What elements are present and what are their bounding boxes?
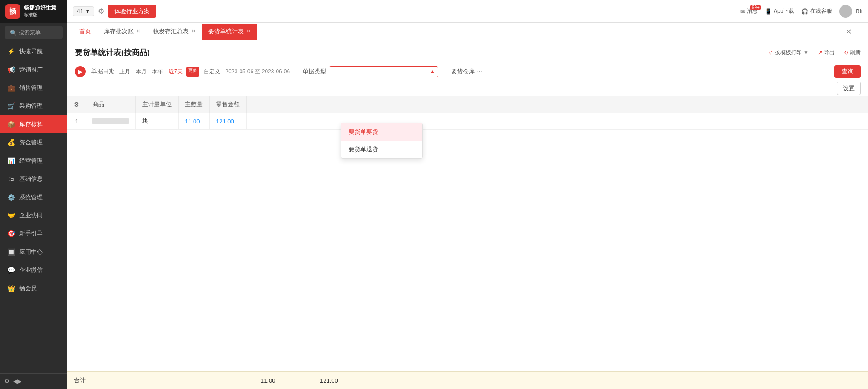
- cell-amount: 121.00: [210, 113, 247, 130]
- sidebar-item-label: 企业微信: [19, 266, 43, 274]
- close-all-tabs-btn[interactable]: ✕: [846, 27, 852, 36]
- account-number: 41: [77, 8, 83, 15]
- page-header: 要货单统计表(按商品) 🖨 按模板打印 ▼ ↗ 导出 ↻ 刷新: [67, 41, 868, 61]
- sidebar-item-basic[interactable]: 🗂 基础信息: [0, 170, 67, 188]
- doc-type-dropdown-arrow[interactable]: ▲: [427, 68, 438, 75]
- close-tab-inventory-batch[interactable]: ✕: [136, 28, 140, 34]
- col-product: 商品: [86, 96, 136, 113]
- inventory-icon: 📦: [6, 120, 15, 129]
- topbar-left: 41 ▼ ⚙ 体验行业方案: [73, 5, 156, 18]
- sidebar-bottom: ⚙ ◀▶: [0, 373, 67, 389]
- data-table: ⚙ 商品 主计量单位 主数量 零售金额 1 块: [67, 96, 868, 130]
- tab-home[interactable]: 首页: [73, 24, 98, 40]
- sidebar-item-sales[interactable]: 💼 销售管理: [0, 79, 67, 97]
- user-avatar: [839, 5, 852, 18]
- doc-type-dropdown: 要货单要货 要货单退货: [341, 123, 423, 159]
- sidebar-item-label: 库存核算: [19, 120, 43, 128]
- col-extra: [247, 96, 868, 113]
- more-tag[interactable]: 更多: [186, 67, 199, 77]
- sidebar-item-purchase[interactable]: 🛒 采购管理: [0, 97, 67, 115]
- sidebar-item-operations[interactable]: 📊 经营管理: [0, 152, 67, 170]
- doc-type-input[interactable]: [329, 67, 427, 77]
- col-settings[interactable]: ⚙: [67, 96, 86, 113]
- refresh-label: 刷新: [850, 49, 861, 56]
- topbar: 41 ▼ ⚙ 体验行业方案 ✉ 消息 99+ 📱 App下载 🎧 在线客服 R: [67, 0, 868, 23]
- footer-amount: 121.00: [320, 377, 338, 384]
- table-header-row: ⚙ 商品 主计量单位 主数量 零售金额: [67, 96, 868, 113]
- refresh-icon: ↻: [844, 50, 848, 56]
- sidebar-item-vip[interactable]: 👑 畅会员: [0, 279, 67, 297]
- date-label: 单据日期: [91, 67, 115, 76]
- dropdown-item-request-order[interactable]: 要货单要货: [341, 123, 422, 141]
- expand-tabs-btn[interactable]: ⛶: [855, 27, 863, 36]
- print-btn[interactable]: 🖨 按模板打印 ▼: [768, 49, 809, 56]
- cell-index: 1: [67, 113, 86, 130]
- quantity-link[interactable]: 11.00: [185, 118, 200, 125]
- product-name-blur: [92, 118, 129, 124]
- tab-bar: 首页 库存批次账 ✕ 收发存汇总表 ✕ 要货单统计表 ✕ ✕ ⛶: [67, 23, 868, 41]
- tab-inventory-batch[interactable]: 库存批次账 ✕: [98, 24, 147, 40]
- online-service-item[interactable]: 🎧 在线客服: [801, 7, 832, 15]
- tab-receivable-summary[interactable]: 收发存汇总表 ✕: [147, 24, 202, 40]
- dropdown-item-return-order[interactable]: 要货单退货: [341, 141, 422, 158]
- sidebar-item-label: 资金管理: [19, 138, 43, 147]
- basic-icon: 🗂: [6, 174, 15, 184]
- sidebar-item-label: 新手引导: [19, 230, 43, 238]
- query-btn[interactable]: 查询: [834, 65, 861, 78]
- messages-item[interactable]: ✉ 消息 99+: [740, 7, 758, 15]
- messages-badge: 99+: [750, 5, 761, 10]
- doc-type-select-wrap: ▲: [329, 66, 438, 77]
- sidebar-search[interactable]: 🔍 搜索菜单: [5, 26, 63, 39]
- user-item[interactable]: Rit: [839, 5, 863, 18]
- sidebar-item-label: 快捷导航: [19, 47, 43, 56]
- settings-btn[interactable]: 设置: [837, 82, 861, 95]
- sidebar-item-label: 企业协同: [19, 211, 43, 220]
- date-btn-last-month[interactable]: 上月: [118, 67, 132, 77]
- tab-inventory-batch-label: 库存批次账: [104, 27, 134, 36]
- cell-unit: 块: [136, 113, 179, 130]
- settings-btn[interactable]: ⚙: [5, 378, 10, 384]
- sidebar-item-apps[interactable]: 🔲 应用中心: [0, 243, 67, 261]
- sidebar-item-label: 基础信息: [19, 175, 43, 183]
- sidebar-item-quick-nav[interactable]: ⚡ 快捷导航: [0, 42, 67, 61]
- tab-request-summary[interactable]: 要货单统计表 ✕: [202, 24, 257, 40]
- filter-bar: ▶ 单据日期 上月 本月 本年 近7天 更多 自定义 2023-05-06 至 …: [67, 61, 868, 82]
- warehouse-more-btn[interactable]: ···: [477, 67, 483, 76]
- filter-expand-btn[interactable]: ▶: [75, 66, 86, 77]
- settings-gear-icon[interactable]: ⚙: [98, 7, 104, 15]
- sidebar-item-finance[interactable]: 💰 资金管理: [0, 133, 67, 152]
- export-label: 导出: [824, 49, 835, 56]
- export-btn[interactable]: ↗ 导出: [818, 49, 835, 56]
- account-selector[interactable]: 41 ▼: [73, 6, 94, 16]
- tab-home-label: 首页: [79, 27, 91, 36]
- finance-icon: 💰: [6, 138, 15, 147]
- sidebar-item-guide[interactable]: 🎯 新手引导: [0, 225, 67, 243]
- date-btn-this-month[interactable]: 本月: [134, 67, 149, 77]
- trial-btn[interactable]: 体验行业方案: [108, 5, 156, 18]
- sidebar: 畅 畅捷通好生意 标准版 🔍 搜索菜单 ⚡ 快捷导航 📢 营销推广 💼 销售管理…: [0, 0, 67, 389]
- sidebar-item-inventory[interactable]: 📦 库存核算: [0, 115, 67, 133]
- collapse-btn[interactable]: ◀▶: [13, 378, 21, 384]
- user-name: Rit: [856, 8, 863, 15]
- sidebar-item-wechat[interactable]: 💬 企业微信: [0, 261, 67, 279]
- tab-receivable-summary-label: 收发存汇总表: [153, 27, 189, 36]
- refresh-btn[interactable]: ↻ 刷新: [844, 49, 861, 56]
- system-icon: ⚙️: [6, 193, 15, 202]
- close-tab-receivable-summary[interactable]: ✕: [191, 28, 195, 34]
- table-row: 1 块 11.00 121.00: [67, 113, 868, 130]
- sidebar-item-system[interactable]: ⚙️ 系统管理: [0, 188, 67, 206]
- date-btn-this-year[interactable]: 本年: [150, 67, 165, 77]
- custom-date-btn[interactable]: 自定义: [202, 67, 222, 77]
- close-tab-request-summary[interactable]: ✕: [247, 28, 251, 34]
- sidebar-item-marketing[interactable]: 📢 营销推广: [0, 61, 67, 79]
- col-quantity: 主数量: [179, 96, 210, 113]
- app-download-item[interactable]: 📱 App下载: [765, 7, 794, 15]
- date-btn-7days[interactable]: 近7天: [167, 67, 185, 77]
- sidebar-item-enterprise[interactable]: 🤝 企业协同: [0, 206, 67, 225]
- app-icon: 📱: [765, 8, 772, 15]
- amount-link[interactable]: 121.00: [216, 118, 234, 125]
- sales-icon: 💼: [6, 83, 15, 92]
- page-actions: 🖨 按模板打印 ▼ ↗ 导出 ↻ 刷新: [768, 49, 861, 56]
- apps-icon: 🔲: [6, 247, 15, 256]
- main-area: 41 ▼ ⚙ 体验行业方案 ✉ 消息 99+ 📱 App下载 🎧 在线客服 R: [67, 0, 868, 389]
